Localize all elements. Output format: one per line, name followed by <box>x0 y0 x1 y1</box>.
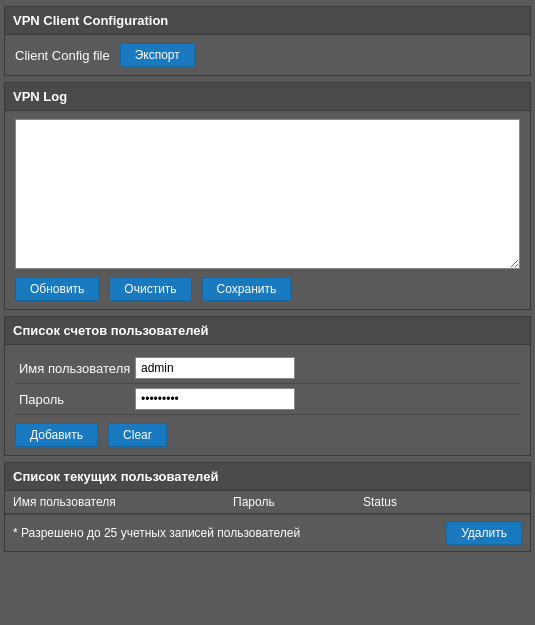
export-button[interactable]: Экспорт <box>120 43 195 67</box>
username-label: Имя пользователя <box>15 361 135 376</box>
users-footer-note: * Разрешено до 25 учетных записей пользо… <box>13 526 300 540</box>
refresh-button[interactable]: Обновить <box>15 277 99 301</box>
table-header: Имя пользователя Пароль Status <box>5 491 530 514</box>
log-buttons-row: Обновить Очистить Сохранить <box>15 277 520 301</box>
vpn-log-title-text: VPN Log <box>13 89 67 104</box>
vpn-log-section: VPN Log Обновить Очистить Сохранить <box>4 82 531 310</box>
config-file-row: Client Config file Экспорт <box>5 35 530 75</box>
password-label: Пароль <box>15 392 135 407</box>
username-row: Имя пользователя <box>15 353 520 384</box>
vpn-log-body: Обновить Очистить Сохранить <box>5 111 530 309</box>
col-password-header: Пароль <box>225 491 355 513</box>
vpn-client-section: VPN Client Configuration Client Config f… <box>4 6 531 76</box>
delete-user-button[interactable]: Удалить <box>446 521 522 545</box>
vpn-log-textarea[interactable] <box>15 119 520 269</box>
current-users-title: Список текущих пользователей <box>5 463 530 491</box>
username-input[interactable] <box>135 357 295 379</box>
vpn-client-title-text: VPN Client Configuration <box>13 13 168 28</box>
save-log-button[interactable]: Сохранить <box>202 277 292 301</box>
add-buttons-row: Добавить Clear <box>15 423 520 447</box>
col-status-header: Status <box>355 491 530 513</box>
vpn-client-title: VPN Client Configuration <box>5 7 530 35</box>
clear-log-button[interactable]: Очистить <box>109 277 191 301</box>
vpn-log-title: VPN Log <box>5 83 530 111</box>
users-footer-row: * Разрешено до 25 учетных записей пользо… <box>5 514 530 551</box>
config-file-label: Client Config file <box>15 48 110 63</box>
user-accounts-body: Имя пользователя Пароль Добавить Clear <box>5 345 530 455</box>
user-accounts-section: Список счетов пользователей Имя пользова… <box>4 316 531 456</box>
current-users-section: Список текущих пользователей Имя пользов… <box>4 462 531 552</box>
add-user-button[interactable]: Добавить <box>15 423 98 447</box>
current-users-title-text: Список текущих пользователей <box>13 469 218 484</box>
password-row: Пароль <box>15 384 520 415</box>
user-accounts-title: Список счетов пользователей <box>5 317 530 345</box>
col-username-header: Имя пользователя <box>5 491 225 513</box>
clear-user-button[interactable]: Clear <box>108 423 167 447</box>
password-input[interactable] <box>135 388 295 410</box>
user-accounts-title-text: Список счетов пользователей <box>13 323 209 338</box>
